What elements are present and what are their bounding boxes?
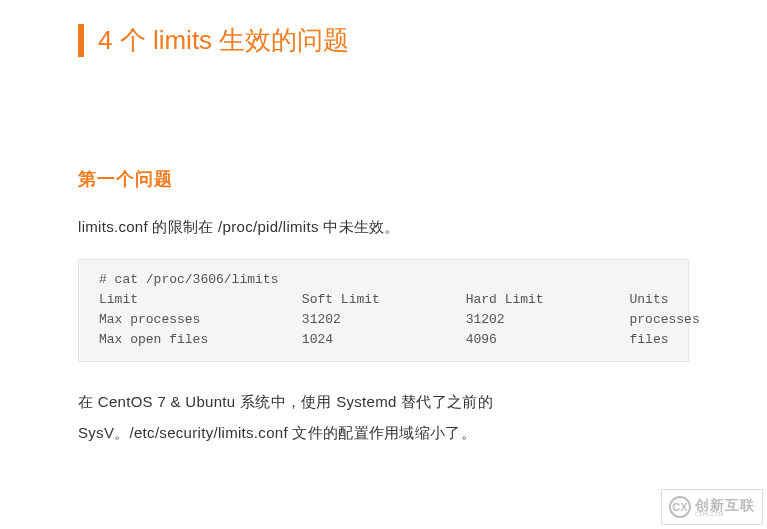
watermark-sub: CXHLCOM (695, 512, 724, 517)
section-title: 第一个问题 (78, 167, 689, 191)
watermark-badge: CX 创新互联 CXHLCOM (661, 489, 763, 525)
page-title: 4 个 limits 生效的问题 (78, 24, 689, 57)
after-paragraph: 在 CentOS 7 & Ubuntu 系统中，使用 Systemd 替代了之前… (78, 386, 689, 449)
code-block: # cat /proc/3606/limits Limit Soft Limit… (78, 259, 689, 362)
watermark-text: 创新互联 (695, 498, 755, 512)
watermark-icon: CX (669, 496, 691, 518)
intro-paragraph: limits.conf 的限制在 /proc/pid/limits 中未生效。 (78, 213, 689, 242)
